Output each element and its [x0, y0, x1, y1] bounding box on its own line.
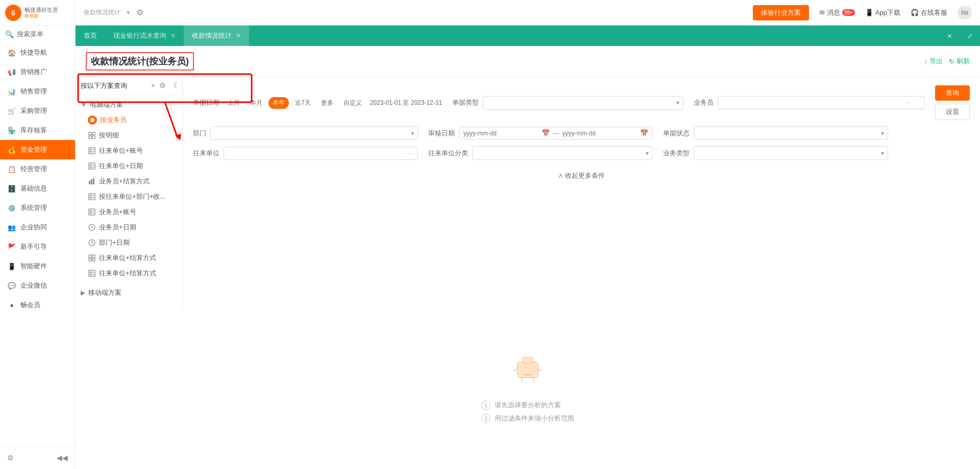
biz-type-select[interactable]: [694, 146, 888, 160]
sidebar-item-finance[interactable]: 💰 资金管理: [0, 140, 75, 159]
svg-line-29: [92, 243, 93, 244]
scheme-item-salesperson-settle[interactable]: 业务员+结算方式: [76, 174, 182, 189]
trial-btn[interactable]: 体验行业方案: [753, 5, 809, 20]
scheme-panel: 按以下方案查询 + ⚙ 《 ▼ 电脑端方案: [76, 77, 183, 308]
date-tab-custom[interactable]: 自定义: [339, 97, 366, 109]
topbar-settings-icon[interactable]: ⚙: [136, 8, 143, 17]
review-date-end-input[interactable]: [562, 130, 641, 137]
sidebar-item-guide[interactable]: 🚩 新手引导: [0, 237, 75, 256]
svg-rect-30: [89, 255, 91, 257]
review-date-start-input[interactable]: [463, 130, 542, 137]
table-icon-4: [88, 208, 96, 216]
scheme-add-icon[interactable]: +: [151, 81, 155, 90]
svg-rect-1: [89, 132, 91, 135]
dept-filter: 部门: [193, 126, 418, 140]
scheme-settings-icon[interactable]: ⚙: [159, 81, 166, 90]
partner-filter: 往来单位 ···: [193, 147, 418, 160]
salesperson-select[interactable]: ···: [718, 96, 925, 109]
dept-select-wrapper: [210, 126, 418, 140]
tab-collection-close[interactable]: ✕: [236, 32, 241, 39]
query-btn[interactable]: 查询: [935, 85, 970, 101]
export-btn[interactable]: ↑ 导出: [924, 57, 943, 66]
search-menu[interactable]: 🔍 搜索菜单: [0, 26, 75, 43]
sidebar-item-operation[interactable]: 📋 经营管理: [0, 159, 75, 179]
svg-point-44: [531, 367, 533, 369]
biz-type-select-wrapper: [694, 146, 888, 160]
svg-rect-31: [92, 255, 95, 257]
collapse-bar[interactable]: ∧ 收起更多条件: [193, 166, 970, 185]
dept-select[interactable]: [210, 126, 418, 140]
setting-btn[interactable]: 设置: [935, 104, 970, 120]
svg-rect-14: [91, 179, 92, 184]
online-service-btn[interactable]: 🎧 在线客服: [911, 8, 947, 17]
user-avatar[interactable]: Rit: [958, 6, 972, 20]
partner-select[interactable]: ···: [224, 147, 418, 160]
tab-cashflow-close[interactable]: ✕: [170, 32, 176, 39]
svg-rect-32: [89, 259, 91, 261]
date-tab-this-year[interactable]: 本年: [268, 97, 289, 109]
date-separator: —: [553, 129, 559, 137]
sidebar-item-purchase[interactable]: 🛒 采购管理: [0, 101, 75, 121]
scheme-item-detail[interactable]: 按明细: [76, 128, 182, 143]
scheme-item-partner-account[interactable]: 往来单位+账号: [76, 143, 182, 158]
date-label: 单据日期: [193, 98, 219, 107]
scheme-item-partner-dept[interactable]: 按往来单位+部门+收...: [76, 189, 182, 204]
empty-robot-icon: [507, 349, 548, 390]
sidebar-item-inventory[interactable]: 🏪 库存核算: [0, 121, 75, 140]
partner-category-select[interactable]: [472, 146, 653, 160]
sidebar-item-sales[interactable]: 📊 销售管理: [0, 82, 75, 101]
doc-type-select[interactable]: [483, 96, 683, 110]
scheme-pc-group[interactable]: ▼ 电脑端方案: [76, 97, 182, 112]
member-icon: ♦: [7, 300, 16, 310]
date-tab-last-month[interactable]: 上月: [224, 97, 244, 109]
sidebar-item-basic[interactable]: 🗄️ 基础信息: [0, 179, 75, 198]
tab-collection[interactable]: 收款情况统计 ✕: [184, 26, 249, 46]
sidebar-collapse-btn[interactable]: ◀◀: [55, 452, 70, 464]
date-tab-this-month[interactable]: 本月: [246, 97, 266, 109]
action-buttons: 查询 设置: [935, 85, 970, 120]
sidebar-item-enterprise[interactable]: 👥 企业协同: [0, 218, 75, 237]
svg-rect-33: [92, 259, 95, 261]
svg-point-43: [522, 367, 524, 369]
scheme-item-salesperson-account[interactable]: 业务员+账号: [76, 204, 182, 220]
sidebar-item-system[interactable]: ⚙️ 系统管理: [0, 198, 75, 218]
topbar-right: 体验行业方案 ✉ 消息 99+ 📱 App下载 🎧 在线客服 Rit: [753, 5, 972, 20]
doc-status-label: 单据状态: [663, 129, 690, 138]
scheme-item-salesperson[interactable]: 按业务员: [76, 112, 182, 128]
sidebar-item-marketing[interactable]: 📢 营销推广: [0, 62, 75, 82]
empty-tip-2: 2 用过滤条件来缩小分析范围: [481, 414, 574, 423]
scheme-item-dept-date[interactable]: 部门+日期: [76, 235, 182, 250]
sidebar-item-wechat[interactable]: 💬 企业微信: [0, 276, 75, 295]
refresh-btn[interactable]: ↻ 刷新: [949, 57, 970, 66]
scheme-mobile-group[interactable]: ▶ 移动端方案: [76, 285, 182, 300]
logo-icon: 6: [5, 5, 21, 21]
scheme-item-partner-settle-1[interactable]: 往来单位+结算方式: [76, 250, 182, 266]
date-tab-7days[interactable]: 近7天: [291, 97, 315, 109]
svg-line-46: [513, 369, 518, 371]
app-download-btn[interactable]: 📱 App下载: [865, 8, 900, 17]
scheme-item-partner-settle-2[interactable]: 往来单位+结算方式: [76, 266, 182, 281]
empty-state: 1 请先选择要分析的方案 2 用过滤条件来缩小分析范围: [76, 308, 980, 469]
sidebar-item-quick-nav[interactable]: 🏠 快捷导航: [0, 43, 75, 62]
doc-status-select-wrapper: [694, 126, 888, 140]
date-tab-more[interactable]: 更多: [317, 97, 337, 109]
doc-type-select-wrapper: [483, 96, 683, 110]
tab-fullscreen-btn[interactable]: ⤢: [960, 26, 980, 46]
sidebar-item-member[interactable]: ♦ 畅会员: [0, 295, 75, 315]
purchase-icon: 🛒: [7, 106, 16, 115]
scheme-pc-section: ▼ 电脑端方案 按业务员: [76, 95, 182, 283]
table-icon-3: [88, 193, 96, 201]
scheme-collapse-icon[interactable]: 《: [170, 81, 177, 90]
scheme-item-salesperson-date[interactable]: 业务员+日期: [76, 220, 182, 235]
notification-btn[interactable]: ✉ 消息 99+: [819, 8, 855, 17]
sidebar-item-hardware[interactable]: 📱 智能硬件: [0, 256, 75, 276]
tab-close-all-btn[interactable]: ✕: [939, 26, 960, 46]
breadcrumb-dropdown-icon[interactable]: ▾: [127, 9, 130, 16]
doc-status-select[interactable]: [694, 126, 888, 140]
partner-category-label: 往来单位分类: [428, 149, 468, 158]
scheme-item-partner-date[interactable]: 往来单位+日期: [76, 158, 182, 174]
tab-home[interactable]: 首页: [76, 26, 105, 46]
operation-icon: 📋: [7, 165, 16, 174]
tab-cashflow[interactable]: 现金银行流水查询 ✕: [105, 26, 184, 46]
sidebar-settings-btn[interactable]: ⚙: [5, 452, 16, 464]
